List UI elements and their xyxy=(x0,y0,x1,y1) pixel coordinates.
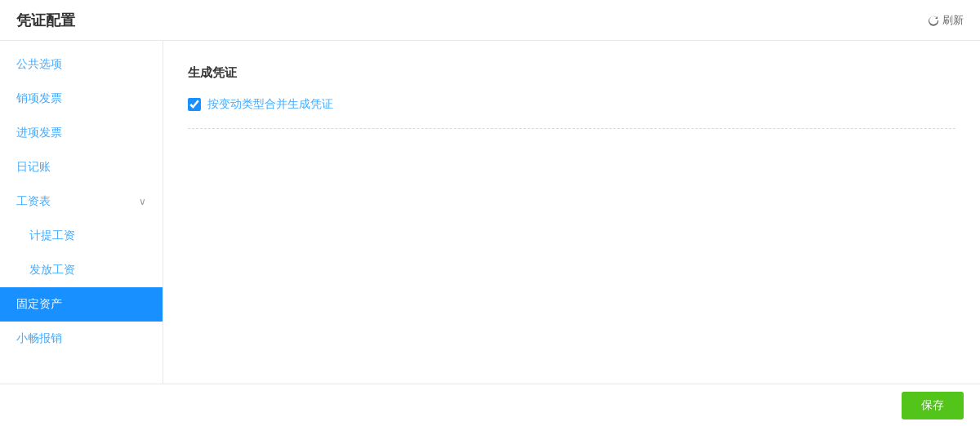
checkbox-label[interactable]: 按变动类型合并生成凭证 xyxy=(207,97,333,112)
chevron-down-icon: ∨ xyxy=(139,196,146,207)
refresh-label: 刷新 xyxy=(942,13,964,28)
sidebar-item-label: 工资表 xyxy=(16,194,51,209)
page-header: 凭证配置 刷新 xyxy=(0,0,980,41)
sidebar-item-payroll-distribute[interactable]: 发放工资 xyxy=(0,253,163,287)
sidebar-item-fixed-assets[interactable]: 固定资产 xyxy=(0,287,163,322)
sidebar-item-label: 小畅报销 xyxy=(16,331,62,346)
sidebar-item-expense-claim[interactable]: 小畅报销 xyxy=(0,322,163,356)
footer: 保存 xyxy=(0,384,980,426)
sidebar-item-label: 进项发票 xyxy=(16,126,62,140)
main-content: 公共选项销项发票进项发票日记账工资表∨计提工资发放工资固定资产小畅报销 生成凭证… xyxy=(0,41,980,384)
page-container: 凭证配置 刷新 公共选项销项发票进项发票日记账工资表∨计提工资发放工资固定资产小… xyxy=(0,0,980,426)
merge-voucher-checkbox[interactable] xyxy=(188,98,201,111)
refresh-icon xyxy=(928,15,939,26)
sidebar-item-payroll-provision[interactable]: 计提工资 xyxy=(0,219,163,253)
sidebar-item-journal[interactable]: 日记账 xyxy=(0,150,163,184)
sidebar-item-label: 日记账 xyxy=(16,160,51,175)
refresh-button[interactable]: 刷新 xyxy=(928,13,964,28)
sidebar-item-purchase-invoice[interactable]: 进项发票 xyxy=(0,116,163,150)
checkbox-row: 按变动类型合并生成凭证 xyxy=(188,97,956,112)
sidebar-item-label: 销项发票 xyxy=(16,91,62,106)
sidebar-item-sales-invoice[interactable]: 销项发票 xyxy=(0,82,163,116)
save-button[interactable]: 保存 xyxy=(902,392,964,419)
section-title: 生成凭证 xyxy=(188,65,956,81)
sidebar-item-payroll-table[interactable]: 工资表∨ xyxy=(0,184,163,219)
content-area: 生成凭证 按变动类型合并生成凭证 xyxy=(163,41,980,384)
sidebar-item-label: 固定资产 xyxy=(16,297,62,312)
sidebar-item-label: 公共选项 xyxy=(16,57,62,72)
sidebar-item-label: 发放工资 xyxy=(29,263,75,277)
sidebar: 公共选项销项发票进项发票日记账工资表∨计提工资发放工资固定资产小畅报销 xyxy=(0,41,163,384)
sidebar-item-public-options[interactable]: 公共选项 xyxy=(0,47,163,82)
section-divider xyxy=(188,128,956,129)
page-title: 凭证配置 xyxy=(16,11,75,30)
sidebar-item-label: 计提工资 xyxy=(29,229,75,243)
